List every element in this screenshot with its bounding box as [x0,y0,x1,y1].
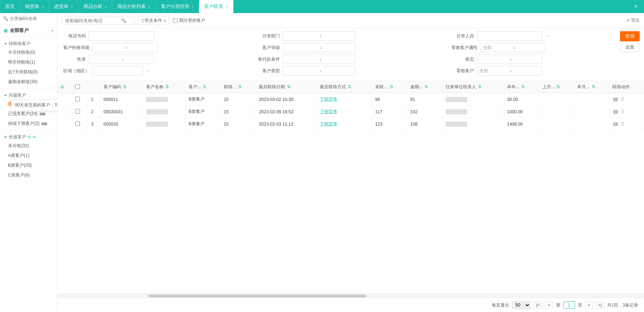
more-filter-btn[interactable]: ▽ 更多条件 ∧ [138,16,169,25]
th-last-method[interactable]: 最后联络方式 ⇅ [317,81,372,93]
method-link-2[interactable]: 下销货单 [320,121,337,126]
tab-customer-contact-close[interactable]: × [225,4,228,9]
my-customer-checkbox[interactable] [173,18,178,23]
sidebar-group-pending[interactable]: ▼ 待联络客户 [0,39,57,48]
th-uncontacted[interactable]: 未联... ⇅ [372,81,407,93]
tab-purchase[interactable]: 进货单 × [49,0,78,13]
prev-page-btn[interactable]: < [545,301,553,309]
payment-chevron: ∨ [319,57,353,61]
th-code[interactable]: 客户编码 ⇅ [100,81,143,93]
settings-button[interactable]: 设置 [620,43,640,52]
group-pending-arrow: ▼ [4,42,7,46]
filter-nature-select[interactable]: ∨ [89,54,154,64]
row-checkbox-0[interactable] [75,97,80,101]
row-checkbox-2[interactable] [75,121,80,126]
cell-date-0: 2023-03-02 10:30: [256,93,317,106]
main-layout: 🔍 ⊞ 全部客户 « ▼ 待联络客户 今天待联络(0) 明天待联络(1) 近7天… [0,13,644,312]
select-all-checkbox[interactable] [75,84,80,89]
tab-customer-contact[interactable]: 客户联系 × [199,0,233,13]
cell-method-2[interactable]: 下销货单 [317,118,372,130]
row-checkbox-1[interactable] [75,109,80,114]
group-value-refresh[interactable]: ↻ [28,135,31,140]
query-button[interactable]: 查询 [620,31,640,41]
tab-home[interactable]: 首页 [0,0,20,13]
tab-product-analysis-list[interactable]: 商品分析列表 × [112,0,156,13]
sidebar-item-week[interactable]: 近7天待联络(0) [0,67,57,77]
filter-icon: ▽ [141,18,145,23]
cell-method-0[interactable]: 下销货单 [317,93,372,106]
sidebar-item-ungrouped[interactable]: 未分组(32) [0,141,57,151]
filter-customer-type-select[interactable]: ∨ [283,66,355,76]
th-last-month[interactable]: 上月... ⇅ [539,81,574,93]
th-overdue[interactable]: 逾期... ⇅ [407,81,442,93]
filter-region-input[interactable] [92,66,143,76]
first-page-btn[interactable]: |< [534,301,542,309]
action-more-0[interactable]: ⠿ [621,97,624,102]
group-value-edit[interactable]: ✏ [33,135,36,140]
filter-status-select[interactable]: ∨ [477,54,542,64]
sidebar-item-declining[interactable]: 持续下滑客户(2) [0,119,57,129]
export-btn[interactable]: ↗ 导出 [626,17,640,24]
tab-product-analysis-close[interactable]: × [105,4,107,9]
sidebar-search-input[interactable] [10,16,54,21]
sidebar-group-value[interactable]: ▼ 价值客户 ↻ ✏ [0,132,57,141]
sidebar-item-class-b[interactable]: B类客户(33) [0,161,57,170]
cell-method-1[interactable]: 下销货单 [317,106,372,118]
table-scroll-thumb[interactable] [148,295,366,297]
tab-sales-close[interactable]: × [41,4,44,9]
filter-customer-level-select[interactable]: ∨ [283,43,355,52]
filter-region-more[interactable]: ··· [143,68,153,74]
cell-checkbox-1[interactable] [72,106,88,118]
filter-manager-more[interactable]: ··· [542,33,552,39]
window-close-btn[interactable]: × [631,3,640,10]
next-page-btn[interactable]: > [585,301,593,309]
last-page-btn[interactable]: >| [596,301,604,309]
th-contact[interactable]: 联络... ⇅ [221,81,256,93]
my-customer-check[interactable]: 我分管的客户 [173,17,205,24]
search-btn[interactable]: 🔍 [121,18,126,23]
th-this-year[interactable]: 本年... ⇅ [504,81,539,93]
sidebar-item-class-a[interactable]: A类客户(1) [0,151,57,161]
sidebar-item-overdue[interactable]: 逾期未联络(30) [0,77,57,87]
th-this-month[interactable]: 本月... ⇅ [574,81,609,93]
sidebar-all-customers[interactable]: ⊞ 全部客户 « [0,24,57,35]
method-link-1[interactable]: 下销货单 [320,109,337,114]
method-link-0[interactable]: 下销货单 [320,97,337,102]
action-more-1[interactable]: ⠿ [621,109,624,115]
filter-manager-input[interactable] [477,31,542,41]
cell-checkbox-2[interactable] [72,118,88,130]
filter-dept-select[interactable]: ∨ [283,31,355,41]
th-type[interactable]: 客户... ⇅ [186,81,221,93]
th-name[interactable]: 客户名称 ⇅ [143,81,185,93]
tab-product-analysis[interactable]: 商品分析 × [79,0,112,13]
filter-phone-input[interactable] [89,31,154,41]
action-phone-0[interactable]: ☎ [612,97,619,102]
filter-scatter-select[interactable]: 全部 ∨ [477,66,542,76]
filter-scatter-attr-select[interactable]: 全部 ∨ [480,43,546,52]
tab-customer-segment[interactable]: 客户分层经营 × [156,0,199,13]
th-settings[interactable]: ⚙ [57,81,72,93]
sidebar-item-today[interactable]: 今天待联络(0) [0,48,57,57]
filter-payment-select[interactable]: ∨ [283,54,355,64]
action-more-2[interactable]: ⠿ [621,121,624,127]
customer-level-chevron: ∨ [319,46,353,50]
tab-bar: 首页 销货单 × 进货单 × 商品分析 × 商品分析列表 × 客户分层经营 × … [0,0,644,13]
tab-purchase-close[interactable]: × [71,4,73,9]
th-last-date[interactable]: 最后联络日期 ⇅ [256,81,317,93]
sidebar-group-problem[interactable]: ▼ 问题客户 [0,90,57,99]
per-page-select[interactable]: 50 100 200 [512,301,531,309]
cell-checkbox-0[interactable] [72,93,88,106]
th-contact-person[interactable]: 往来单位联系人 ⇅ [442,81,504,93]
tab-customer-segment-close[interactable]: × [192,4,194,9]
tab-sales[interactable]: 销货单 × [20,0,49,13]
action-phone-1[interactable]: ☎ [612,109,619,115]
action-phone-2[interactable]: ☎ [612,121,619,127]
table-scroll-track[interactable] [57,293,644,298]
th-checkbox[interactable] [72,81,88,93]
page-num-input[interactable] [563,301,575,309]
sidebar-item-tomorrow[interactable]: 明天待联络(1) [0,57,57,67]
tab-product-analysis-list-close[interactable]: × [148,4,150,9]
filter-price-level-select[interactable]: ∨ [92,43,158,52]
sidebar-item-class-c[interactable]: C类客户(6) [0,170,57,180]
search-input[interactable] [65,18,120,23]
